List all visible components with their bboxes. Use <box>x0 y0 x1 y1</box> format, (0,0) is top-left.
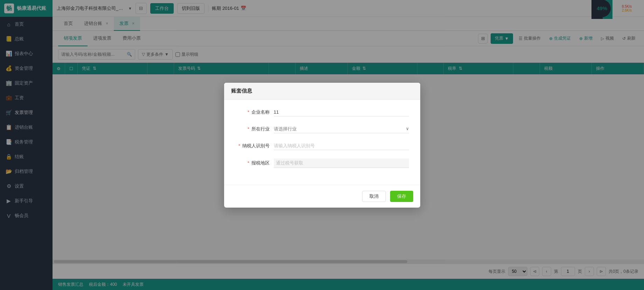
required-star-4: * <box>248 160 249 166</box>
modal-overlay: 账套信息 * 企业名称 * 所在行业 ∨ <box>0 0 644 290</box>
cancel-button[interactable]: 取消 <box>362 191 386 202</box>
form-row-company: * 企业名称 <box>235 108 409 116</box>
industry-select-wrapper[interactable]: ∨ <box>274 125 409 133</box>
modal-body: * 企业名称 * 所在行业 ∨ * 纳税人识 <box>224 100 420 185</box>
tax-region-label: * 报税地区 <box>235 160 274 166</box>
required-star-2: * <box>248 126 249 131</box>
industry-dropdown-arrow[interactable]: ∨ <box>406 126 409 131</box>
form-row-industry: * 所在行业 ∨ <box>235 125 409 133</box>
industry-select-input[interactable] <box>274 125 406 133</box>
company-name-label: * 企业名称 <box>235 109 274 115</box>
required-star-1: * <box>248 109 249 115</box>
tax-id-input[interactable] <box>274 142 409 150</box>
tax-region-disabled-input: 通过税号获取 <box>274 159 409 168</box>
save-button[interactable]: 保存 <box>390 191 413 202</box>
tax-id-label: * 纳税人识别号 <box>235 143 274 149</box>
modal-footer: 取消 保存 <box>224 185 420 208</box>
account-info-modal: 账套信息 * 企业名称 * 所在行业 ∨ <box>224 83 420 208</box>
company-name-input[interactable] <box>274 108 409 116</box>
industry-label: * 所在行业 <box>235 126 274 132</box>
modal-header: 账套信息 <box>224 83 420 100</box>
modal-title: 账套信息 <box>231 88 252 94</box>
required-star-3: * <box>238 143 240 148</box>
form-row-tax-region: * 报税地区 通过税号获取 <box>235 159 409 168</box>
form-row-tax-id: * 纳税人识别号 <box>235 142 409 150</box>
